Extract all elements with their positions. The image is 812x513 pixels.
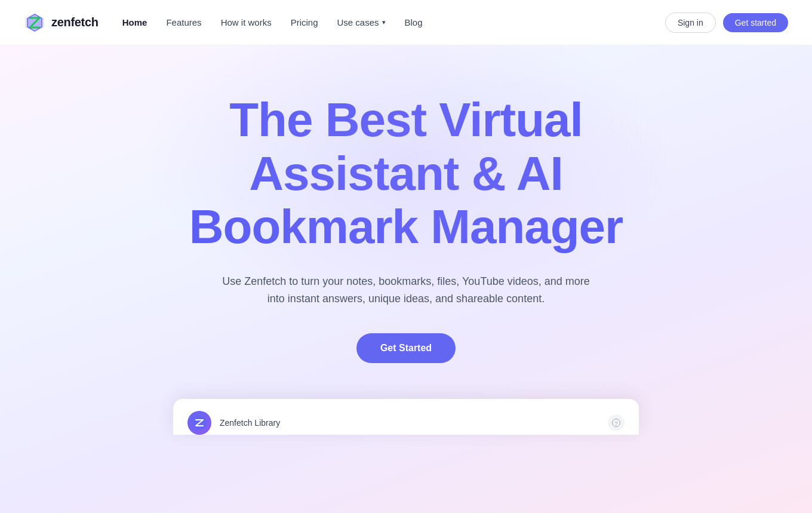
nav-right: Sign in Get started xyxy=(665,13,788,33)
get-started-nav-button[interactable]: Get started xyxy=(723,13,788,32)
nav-link-how-it-works[interactable]: How it works xyxy=(221,17,272,27)
hero-title-line2: Assistant & AI xyxy=(249,147,562,200)
avatar-icon xyxy=(192,416,207,430)
hero-title: The Best Virtual Assistant & AI Bookmark… xyxy=(189,93,623,254)
hero-cta-button[interactable]: Get Started xyxy=(356,333,456,363)
hero-subtitle: Use Zenfetch to turn your notes, bookmar… xyxy=(221,273,591,308)
logo-text: zenfetch xyxy=(51,16,99,29)
nav-link-use-cases-label: Use cases xyxy=(337,17,379,27)
app-preview: Zenfetch Library ? xyxy=(173,399,639,435)
hero-title-line1: The Best Virtual xyxy=(229,93,583,146)
preview-action-icon[interactable]: ? xyxy=(608,414,625,431)
question-icon: ? xyxy=(612,419,620,427)
navbar: zenfetch Home Features How it works Pric… xyxy=(0,0,812,45)
avatar xyxy=(187,411,211,435)
nav-link-blog[interactable]: Blog xyxy=(405,17,423,27)
preview-library-label: Zenfetch Library xyxy=(220,418,280,428)
nav-link-pricing[interactable]: Pricing xyxy=(291,17,318,27)
hero-title-line3: Bookmark Manager xyxy=(189,200,623,253)
nav-link-home[interactable]: Home xyxy=(122,17,147,27)
chevron-down-icon: ▾ xyxy=(382,19,386,26)
logo-link[interactable]: zenfetch xyxy=(24,12,99,33)
sign-in-button[interactable]: Sign in xyxy=(665,13,716,33)
nav-link-features[interactable]: Features xyxy=(166,17,201,27)
logo-icon xyxy=(24,12,45,33)
hero-section: The Best Virtual Assistant & AI Bookmark… xyxy=(0,45,812,513)
nav-link-use-cases[interactable]: Use cases ▾ xyxy=(337,17,386,27)
svg-text:?: ? xyxy=(614,420,617,426)
nav-links: Home Features How it works Pricing Use c… xyxy=(122,17,423,27)
nav-left: zenfetch Home Features How it works Pric… xyxy=(24,12,423,33)
